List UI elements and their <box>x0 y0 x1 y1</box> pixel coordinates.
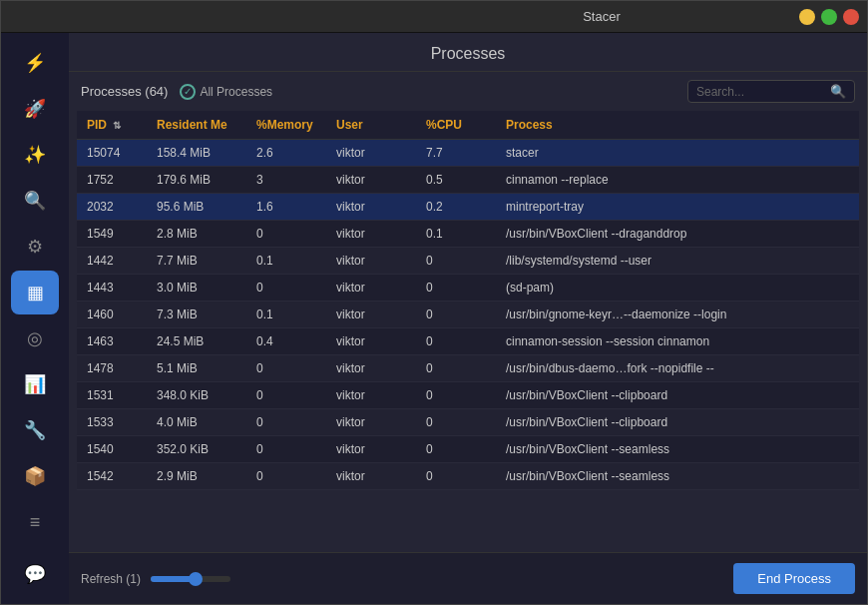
cell-user: viktor <box>326 221 416 248</box>
process-table: PID ⇅ Resident Me %Memory User <box>77 111 859 490</box>
cell-user: viktor <box>326 140 416 167</box>
processes-count-label: Processes (64) <box>81 84 168 99</box>
table-row[interactable]: 1531 348.0 KiB 0 viktor 0 /usr/bin/VBoxC… <box>77 382 859 409</box>
sidebar-item-tools[interactable]: 🔧 <box>11 408 59 452</box>
cell-process: /lib/systemd/systemd --user <box>496 248 859 275</box>
cell-process: cinnamon --replace <box>496 167 859 194</box>
cell-user: viktor <box>326 328 416 355</box>
settings-icon: ⚙ <box>27 236 43 258</box>
end-process-button[interactable]: End Process <box>733 563 855 594</box>
table-row[interactable]: 1540 352.0 KiB 0 viktor 0 /usr/bin/VBoxC… <box>77 436 859 463</box>
col-memory[interactable]: Resident Me <box>147 111 246 140</box>
table-body: 15074 158.4 MiB 2.6 viktor 7.7 stacer 17… <box>77 140 859 490</box>
search-input[interactable] <box>696 85 826 99</box>
cell-user: viktor <box>326 409 416 436</box>
table-row[interactable]: 1443 3.0 MiB 0 viktor 0 (sd-pam) <box>77 275 859 302</box>
title-bar: Stacer − □ ✕ <box>1 1 867 33</box>
cell-cpu: 0 <box>416 248 496 275</box>
cell-user: viktor <box>326 248 416 275</box>
table-row[interactable]: 1442 7.7 MiB 0.1 viktor 0 /lib/systemd/s… <box>77 248 859 275</box>
stats-icon: 📊 <box>24 373 46 395</box>
cell-process: /usr/bin/VBoxClient --draganddrop <box>496 221 859 248</box>
packages-icon: 📦 <box>24 465 46 487</box>
cell-cpu: 0 <box>416 409 496 436</box>
search-icon[interactable]: 🔍 <box>830 84 846 99</box>
sidebar-item-clean[interactable]: ✨ <box>11 133 59 177</box>
cell-memory: 2.9 MiB <box>147 463 246 490</box>
cell-user: viktor <box>326 194 416 221</box>
col-pct-memory[interactable]: %Memory <box>246 111 326 140</box>
maximize-button[interactable]: □ <box>821 9 837 25</box>
cell-pid: 15074 <box>77 140 147 167</box>
table-row[interactable]: 1463 24.5 MiB 0.4 viktor 0 cinnamon-sess… <box>77 328 859 355</box>
cell-pct-memory: 0 <box>246 436 326 463</box>
cell-user: viktor <box>326 275 416 302</box>
table-row[interactable]: 1549 2.8 MiB 0 viktor 0.1 /usr/bin/VBoxC… <box>77 221 859 248</box>
table-row[interactable]: 2032 95.6 MiB 1.6 viktor 0.2 mintreport-… <box>77 194 859 221</box>
cell-process: mintreport-tray <box>496 194 859 221</box>
cell-process: /usr/bin/VBoxClient --clipboard <box>496 382 859 409</box>
cell-pid: 1533 <box>77 409 147 436</box>
cell-process: /usr/bin/VBoxClient --clipboard <box>496 409 859 436</box>
cell-process: /usr/bin/VBoxClient --seamless <box>496 463 859 490</box>
all-processes-label: All Processes <box>200 85 272 99</box>
process-table-container[interactable]: PID ⇅ Resident Me %Memory User <box>77 111 859 552</box>
sidebar-item-processes[interactable]: ▦ <box>11 271 59 314</box>
cell-pct-memory: 1.6 <box>246 194 326 221</box>
search-box: 🔍 <box>687 80 855 103</box>
cell-cpu: 0.2 <box>416 194 496 221</box>
cell-pid: 1549 <box>77 221 147 248</box>
table-row[interactable]: 1478 5.1 MiB 0 viktor 0 /usr/bin/dbus-da… <box>77 355 859 382</box>
app-window: Stacer − □ ✕ ⚡🚀✨🔍⚙▦◎📊🔧📦≡💬 Processes Proc… <box>0 0 868 605</box>
startup-icon: 🚀 <box>24 98 46 120</box>
table-row[interactable]: 1533 4.0 MiB 0 viktor 0 /usr/bin/VBoxCli… <box>77 409 859 436</box>
refresh-slider-track[interactable] <box>151 576 230 582</box>
cell-cpu: 7.7 <box>416 140 496 167</box>
sidebar-item-chat[interactable]: 💬 <box>11 552 59 596</box>
cell-pct-memory: 0.1 <box>246 248 326 275</box>
table-row[interactable]: 15074 158.4 MiB 2.6 viktor 7.7 stacer <box>77 140 859 167</box>
close-button[interactable]: ✕ <box>843 9 859 25</box>
sidebar-item-packages[interactable]: 📦 <box>11 454 59 498</box>
cell-memory: 24.5 MiB <box>147 328 246 355</box>
content-area: Processes Processes (64) ✓ All Processes… <box>69 33 867 604</box>
refresh-slider-thumb[interactable] <box>189 572 203 586</box>
cell-memory: 3.0 MiB <box>147 275 246 302</box>
cell-memory: 348.0 KiB <box>147 382 246 409</box>
cell-cpu: 0.5 <box>416 167 496 194</box>
cell-process: /usr/bin/VBoxClient --seamless <box>496 436 859 463</box>
all-processes-filter[interactable]: ✓ All Processes <box>180 84 272 100</box>
sidebar-item-settings[interactable]: ⚙ <box>11 225 59 269</box>
sidebar-item-dashboard[interactable]: ⚡ <box>11 41 59 85</box>
sidebar-item-docker[interactable]: ◎ <box>11 316 59 360</box>
cell-memory: 5.1 MiB <box>147 355 246 382</box>
table-row[interactable]: 1542 2.9 MiB 0 viktor 0 /usr/bin/VBoxCli… <box>77 463 859 490</box>
cell-pct-memory: 0 <box>246 382 326 409</box>
cell-user: viktor <box>326 302 416 328</box>
col-cpu[interactable]: %CPU <box>416 111 496 140</box>
dashboard-icon: ⚡ <box>24 52 46 74</box>
cell-pid: 1752 <box>77 167 147 194</box>
table-row[interactable]: 1752 179.6 MiB 3 viktor 0.5 cinnamon --r… <box>77 167 859 194</box>
sidebar-item-search[interactable]: 🔍 <box>11 179 59 223</box>
table-row[interactable]: 1460 7.3 MiB 0.1 viktor 0 /usr/bin/gnome… <box>77 302 859 328</box>
col-user[interactable]: User <box>326 111 416 140</box>
table-header: PID ⇅ Resident Me %Memory User <box>77 111 859 140</box>
clean-icon: ✨ <box>24 144 46 166</box>
cell-memory: 352.0 KiB <box>147 436 246 463</box>
tools-icon: 🔧 <box>24 419 46 441</box>
sidebar-item-startup[interactable]: 🚀 <box>11 87 59 131</box>
cell-pct-memory: 0 <box>246 355 326 382</box>
page-title: Processes <box>69 33 867 72</box>
minimize-button[interactable]: − <box>799 9 815 25</box>
toolbar: Processes (64) ✓ All Processes 🔍 <box>69 72 867 111</box>
col-process[interactable]: Process <box>496 111 859 140</box>
window-controls: − □ ✕ <box>799 9 859 25</box>
check-icon: ✓ <box>180 84 196 100</box>
sidebar-item-sliders[interactable]: ≡ <box>11 500 59 544</box>
col-pid[interactable]: PID ⇅ <box>77 111 147 140</box>
cell-pct-memory: 0 <box>246 463 326 490</box>
cell-memory: 7.3 MiB <box>147 302 246 328</box>
sidebar-item-stats[interactable]: 📊 <box>11 362 59 406</box>
sidebar: ⚡🚀✨🔍⚙▦◎📊🔧📦≡💬 <box>1 33 69 604</box>
